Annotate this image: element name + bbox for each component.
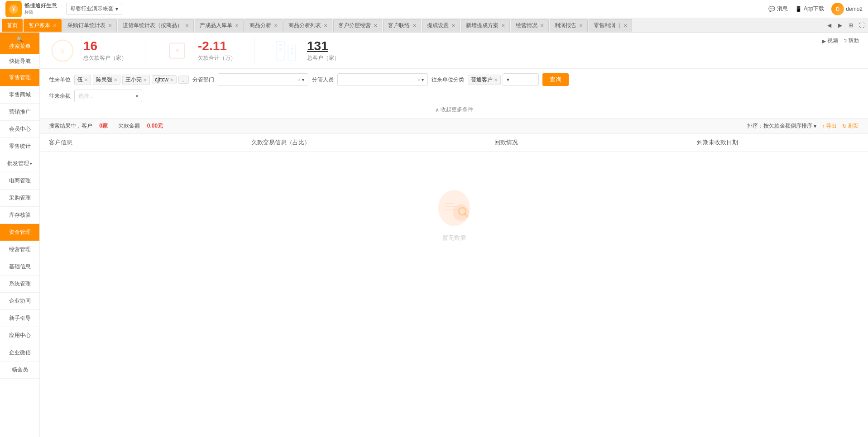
- sidebar-item-operations-mgmt[interactable]: 经营管理: [0, 241, 39, 258]
- unit-tag-cjttcw[interactable]: cjttcw ✕: [152, 75, 177, 84]
- video-button[interactable]: ▶ 视频: [822, 37, 838, 45]
- logo-main-text: 畅捷通好生意: [24, 2, 57, 9]
- tab-add-tip[interactable]: 新增提成方案 ✕: [461, 19, 510, 32]
- sidebar-item-enterprise-coop-label: 企业协同: [9, 298, 31, 304]
- tab-next-button[interactable]: ▶: [835, 21, 844, 30]
- sidebar-quick-nav[interactable]: 快捷导航: [0, 54, 39, 69]
- close-icon[interactable]: ✕: [53, 23, 57, 28]
- more-icon: ...: [182, 77, 186, 82]
- balance-dropdown[interactable]: 选择... ▾: [74, 90, 142, 102]
- stat-debt-customers-info: 16 总欠款客户（家）: [83, 39, 127, 62]
- sidebar-item-member-center[interactable]: 会员中心: [0, 121, 39, 138]
- unit-tag-more[interactable]: ...: [178, 76, 189, 84]
- chevron-down-icon: ▾: [136, 94, 138, 99]
- close-icon[interactable]: ✕: [185, 23, 189, 28]
- stat-debt-customers-label: 总欠款客户（家）: [83, 54, 127, 62]
- tab-business-status[interactable]: 经营情况 ✕: [511, 19, 549, 32]
- category-tag-normal[interactable]: 普通客户 ✕: [468, 75, 501, 85]
- close-icon[interactable]: ✕: [143, 77, 147, 82]
- close-icon[interactable]: ✕: [114, 77, 117, 82]
- sidebar-item-capital-mgmt[interactable]: 资金管理: [0, 224, 39, 241]
- tab-customer-tier[interactable]: 客户分层经营 ✕: [333, 19, 382, 32]
- close-icon[interactable]: ✕: [540, 23, 544, 28]
- dept-dropdown[interactable]: ✕ ▾: [218, 73, 308, 86]
- close-icon[interactable]: ✕: [235, 23, 239, 28]
- sidebar-item-enterprise-wechat-label: 企业微信: [9, 349, 31, 356]
- close-icon[interactable]: ✕: [108, 23, 112, 28]
- close-icon[interactable]: ✕: [274, 23, 278, 28]
- sidebar-item-enterprise-coop[interactable]: 企业协同: [0, 293, 39, 310]
- sidebar-search[interactable]: 🔍 搜索菜单: [0, 33, 39, 54]
- tab-goods-analysis-list[interactable]: 商品分析列表 ✕: [283, 19, 332, 32]
- sidebar-item-system-mgmt[interactable]: 系统管理: [0, 276, 39, 293]
- clear-icon[interactable]: ✕: [297, 77, 301, 82]
- sidebar-item-purchase-mgmt[interactable]: 采购管理: [0, 190, 39, 207]
- export-button[interactable]: ↑ 导出: [822, 122, 837, 130]
- svg-text:✦: ✦: [175, 47, 180, 54]
- stat-total-debt-label: 欠款合计（万）: [198, 54, 236, 62]
- clear-icon[interactable]: ✕: [417, 77, 421, 82]
- help-button[interactable]: ? 帮助: [844, 37, 859, 45]
- tab-customer-contact[interactable]: 客户联络 ✕: [383, 19, 421, 32]
- top-bar-right: 💬 消息 📱 App下载 D demo2: [768, 3, 863, 15]
- tab-retail-profit[interactable]: 零售利润（ ✕: [589, 19, 632, 32]
- sidebar-item-basic-info[interactable]: 基础信息: [0, 258, 39, 276]
- sidebar-item-enterprise-wechat[interactable]: 企业微信: [0, 344, 39, 361]
- tab-goods-analysis[interactable]: 商品分析 ✕: [245, 19, 283, 32]
- tab-home[interactable]: 首页: [2, 19, 23, 32]
- stat-total-customers-label: 总客户（家）: [307, 54, 340, 62]
- account-selector[interactable]: 母婴行业演示帐套 ▾: [66, 3, 122, 15]
- sidebar-item-retail-mgmt[interactable]: 零售管理: [0, 69, 39, 86]
- tab-expand-button[interactable]: ⊞: [846, 21, 855, 30]
- tab-prev-button[interactable]: ◀: [825, 21, 834, 30]
- result-actions: 排序：按欠款金额倒序排序 ▾ ↑ 导出 ↻ 刷新: [747, 122, 859, 130]
- sidebar-item-ecommerce-mgmt-label: 电商管理: [9, 177, 31, 184]
- category-dropdown[interactable]: ▾: [503, 73, 539, 86]
- unit-tag-wang[interactable]: 王小亮 ✕: [122, 75, 150, 85]
- close-icon[interactable]: ✕: [501, 23, 505, 28]
- close-icon[interactable]: ✕: [324, 23, 327, 28]
- sidebar-item-newbie-guide[interactable]: 新手引导: [0, 310, 39, 327]
- tab-customer-account-label: 客户账本: [29, 22, 50, 29]
- sidebar-item-inventory-check[interactable]: 库存核算: [0, 207, 39, 224]
- sidebar-item-retail-mall[interactable]: 零售商城: [0, 86, 39, 104]
- tab-fullscreen-button[interactable]: ⛶: [857, 21, 866, 30]
- tab-business-status-label: 经营情况: [516, 22, 537, 29]
- close-icon[interactable]: ✕: [412, 23, 416, 28]
- query-button[interactable]: 查询: [542, 73, 569, 86]
- result-debt-value: 0.00元: [147, 123, 163, 129]
- tab-profit-report[interactable]: 利润报告 ✕: [550, 19, 588, 32]
- unit-tag-chen[interactable]: 陈民强 ✕: [93, 75, 120, 85]
- close-icon[interactable]: ✕: [451, 23, 455, 28]
- close-icon[interactable]: ✕: [579, 23, 583, 28]
- sort-button[interactable]: 排序：按欠款金额倒序排序 ▾: [747, 122, 816, 130]
- close-icon[interactable]: ✕: [170, 77, 173, 82]
- tab-instock-stats[interactable]: 进货单统计表（按商品） ✕: [118, 19, 194, 32]
- tab-tip-settings[interactable]: 提成设置 ✕: [422, 19, 460, 32]
- user-avatar-area[interactable]: D demo2: [831, 3, 863, 15]
- close-icon[interactable]: ✕: [374, 23, 377, 28]
- tab-purchase-order[interactable]: 采购订单统计表 ✕: [62, 19, 117, 32]
- close-icon[interactable]: ✕: [494, 77, 498, 82]
- unit-tag-wang-label: 王小亮: [125, 76, 142, 84]
- collapse-button[interactable]: ∧ 收起更多条件: [435, 106, 473, 114]
- sidebar-item-ecommerce-mgmt[interactable]: 电商管理: [0, 172, 39, 190]
- sidebar-item-retail-stats[interactable]: 零售统计: [0, 138, 39, 155]
- message-button[interactable]: 💬 消息: [768, 5, 788, 13]
- close-icon[interactable]: ✕: [84, 77, 88, 82]
- app-download-button[interactable]: 📱 App下载: [795, 5, 824, 13]
- tab-customer-account[interactable]: 客户账本 ✕: [24, 19, 62, 32]
- sidebar-item-marketing[interactable]: 营销推广: [0, 104, 39, 121]
- person-dropdown[interactable]: ✕ ▾: [337, 73, 428, 86]
- sidebar-item-app-center[interactable]: 应用中心: [0, 327, 39, 344]
- sidebar-item-wholesale-mgmt-label: 批发管理: [7, 160, 29, 167]
- col-header-repay-info: 回款情况: [494, 138, 697, 147]
- tab-product-instock[interactable]: 产成品入库单 ✕: [195, 19, 244, 32]
- unit-tag-wu[interactable]: 伍 ✕: [74, 75, 91, 85]
- refresh-button[interactable]: ↻ 刷新: [842, 122, 859, 130]
- sidebar-item-vip-member[interactable]: 畅会员: [0, 361, 39, 379]
- sidebar-item-wholesale-mgmt[interactable]: 批发管理 ▾: [0, 155, 39, 172]
- chevron-down-icon: ▾: [30, 162, 32, 166]
- tab-instock-stats-label: 进货单统计表（按商品）: [123, 22, 182, 29]
- close-icon[interactable]: ✕: [623, 23, 627, 28]
